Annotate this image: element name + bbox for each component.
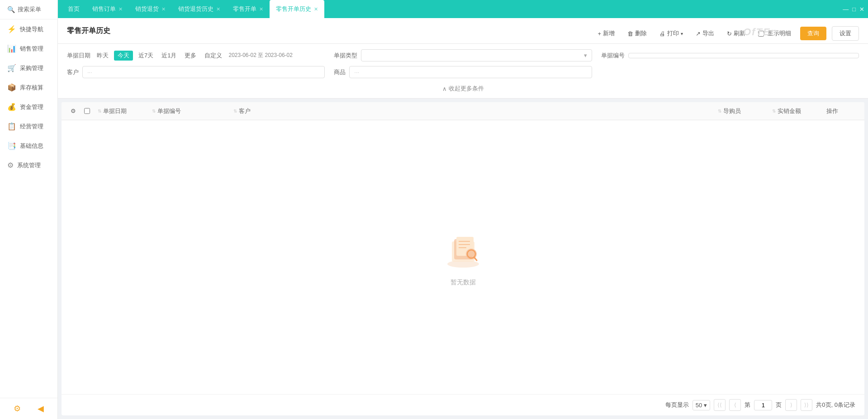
date-opt-more[interactable]: 更多 (182, 51, 199, 61)
sort-icon[interactable]: ⇅ (98, 108, 101, 113)
sidebar-item-quick-nav[interactable]: ⚡ 快捷导航 (0, 19, 57, 39)
last-page-button[interactable]: ⟩⟩ (801, 399, 812, 411)
collapse-button[interactable]: ∧ 收起更多条件 (442, 85, 484, 93)
window-controls: — □ ✕ (843, 6, 864, 13)
filter-row-2: 客户 ··· 商品 ··· (67, 66, 859, 78)
order-no-input[interactable] (628, 53, 859, 58)
quick-nav-icon: ⚡ (7, 25, 16, 33)
chevron-down-icon: ▾ (584, 52, 587, 59)
col-amount: ⇅ 实销金额 (768, 107, 823, 115)
sidebar-item-system[interactable]: ⚙ 系统管理 (0, 155, 57, 175)
operations-icon: 📋 (7, 122, 16, 131)
topnav: 首页 销售订单 ✕ 销货退货 ✕ 销货退货历史 ✕ 零售开单 ✕ 零售开单历史 … (58, 0, 868, 18)
close-tab-retail-open[interactable]: ✕ (259, 6, 263, 12)
total-label: 共0页, 0条记录 (816, 401, 855, 409)
tab-sales-return-history[interactable]: 销货退货历史 ✕ (172, 0, 227, 18)
minimize-button[interactable]: — (843, 6, 849, 13)
table-body: 暂无数据 (62, 120, 864, 394)
col-order-no: ⇅ 单据编号 (148, 107, 230, 115)
search-icon: 🔍 (7, 6, 15, 13)
date-opt-week[interactable]: 近7天 (136, 51, 156, 61)
filter-order-no: 单据编号 (601, 52, 859, 60)
tab-retail-history[interactable]: 零售开单历史 ✕ (270, 0, 324, 18)
refresh-button[interactable]: ↻ 刷新 (723, 28, 749, 39)
first-page-button[interactable]: ⟨⟨ (714, 399, 726, 411)
tab-sales-return[interactable]: 销货退货 ✕ (129, 0, 172, 18)
per-page-select[interactable]: 50 ▾ (693, 400, 710, 410)
inventory-icon: 📦 (7, 83, 16, 92)
tab-retail-open[interactable]: 零售开单 ✕ (227, 0, 270, 18)
per-page-value: 50 (696, 402, 702, 409)
sidebar-search[interactable]: 🔍 搜索采单 (0, 0, 57, 19)
per-page-label: 每页显示 (665, 401, 689, 409)
settings-footer-button[interactable]: ⚙ (14, 404, 21, 414)
sidebar-item-label: 资金管理 (20, 103, 43, 111)
close-tab-sales-order[interactable]: ✕ (119, 6, 123, 12)
close-window-button[interactable]: ✕ (859, 6, 864, 13)
filter-area: 单据日期 昨天 今天 近7天 近1月 更多 自定义 2023-06-02 至 2… (58, 44, 868, 99)
date-opt-month[interactable]: 近1月 (159, 51, 179, 61)
sidebar-search-label: 搜索采单 (18, 5, 41, 14)
date-opt-yesterday[interactable]: 昨天 (94, 51, 111, 61)
tab-sales-order[interactable]: 销售订单 ✕ (86, 0, 129, 18)
sidebar-item-operations[interactable]: 📋 经营管理 (0, 117, 57, 136)
date-opt-today[interactable]: 今天 (114, 51, 133, 61)
close-tab-sales-return[interactable]: ✕ (161, 6, 166, 12)
sidebar-item-sales-mgmt[interactable]: 📊 销售管理 (0, 39, 57, 58)
export-button[interactable]: ↗ 导出 (692, 28, 718, 39)
table-header: ⚙ ⇅ 单据日期 ⇅ 单据编号 ⇅ 客户 ⇅ 导购员 ⇅ (62, 102, 864, 120)
col-settings[interactable]: ⚙ (67, 108, 81, 114)
goods-input[interactable]: ··· (349, 66, 592, 78)
prev-page-button[interactable]: ⟨ (729, 399, 741, 411)
toolbar: + + 新增 新增 🗑 删除 🖨 打印 ▾ ↗ 导出 (594, 24, 859, 43)
sidebar-item-finance[interactable]: 💰 资金管理 (0, 97, 57, 117)
settings-button[interactable]: 设置 (832, 26, 859, 41)
date-range-display: 2023-06-02 至 2023-06-02 (228, 52, 292, 59)
refresh-icon: ↻ (727, 30, 732, 37)
sort-icon[interactable]: ⇅ (233, 108, 237, 113)
sidebar-item-label: 库存核算 (20, 84, 43, 92)
content-area: ⚙ ⇅ 单据日期 ⇅ 单据编号 ⇅ 客户 ⇅ 导购员 ⇅ (62, 102, 864, 415)
filter-order-type: 单据类型 ▾ (334, 49, 592, 61)
empty-state: 暂无数据 (441, 228, 486, 287)
order-no-label: 单据编号 (601, 52, 625, 60)
sort-icon[interactable]: ⇅ (152, 108, 156, 113)
page-input[interactable] (754, 400, 772, 410)
print-button[interactable]: 🖨 打印 ▾ (656, 28, 687, 39)
sidebar-item-inventory[interactable]: 📦 库存核算 (0, 78, 57, 97)
sidebar: 🔍 搜索采单 ⚡ 快捷导航 📊 销售管理 🛒 采购管理 📦 库存核算 💰 资金管… (0, 0, 58, 419)
display-detail-button[interactable]: 显示明细 (754, 28, 795, 39)
page-header: 零售开单历史 + + 新增 新增 🗑 删除 🖨 打印 ▾ ↗ (58, 18, 868, 44)
close-tab-sales-return-history[interactable]: ✕ (216, 6, 220, 12)
maximize-button[interactable]: □ (852, 6, 856, 13)
tab-home[interactable]: 首页 (62, 0, 86, 18)
goods-label: 商品 (334, 68, 346, 76)
select-all-checkbox[interactable] (84, 108, 90, 114)
order-type-select[interactable]: ▾ (361, 49, 592, 61)
next-page-button[interactable]: ⟩ (785, 399, 797, 411)
add-button[interactable]: + + 新增 新增 (594, 28, 618, 39)
close-tab-retail-history[interactable]: ✕ (314, 6, 318, 12)
customer-input[interactable]: ··· (82, 66, 325, 78)
pagination: 每页显示 50 ▾ ⟨⟨ ⟨ 第 页 ⟩ ⟩⟩ 共0页, 0条记录 (62, 394, 864, 415)
date-opt-custom[interactable]: 自定义 (202, 51, 225, 61)
col-date: ⇅ 单据日期 (94, 107, 148, 115)
sidebar-item-purchase-mgmt[interactable]: 🛒 采购管理 (0, 58, 57, 78)
order-type-label: 单据类型 (334, 52, 357, 60)
sidebar-item-basic-info[interactable]: 📑 基础信息 (0, 136, 57, 155)
display-detail-checkbox[interactable] (758, 31, 764, 37)
collapse-sidebar-button[interactable]: ◀ (38, 404, 44, 414)
page-label: 页 (776, 401, 782, 409)
col-guide: ⇅ 导购员 (714, 107, 768, 115)
sort-icon[interactable]: ⇅ (772, 108, 776, 113)
query-button[interactable]: 查询 (800, 27, 826, 40)
col-ops: 操作 (823, 107, 859, 115)
delete-button[interactable]: 🗑 删除 (624, 28, 650, 39)
chevron-down-icon: ▾ (681, 31, 683, 36)
sort-icon[interactable]: ⇅ (718, 108, 721, 113)
col-checkbox[interactable] (81, 108, 94, 114)
sidebar-item-label: 基础信息 (20, 142, 43, 150)
filter-row-1: 单据日期 昨天 今天 近7天 近1月 更多 自定义 2023-06-02 至 2… (67, 49, 859, 61)
col-customer: ⇅ 客户 (230, 107, 714, 115)
page-title: 零售开单历史 (67, 26, 110, 36)
